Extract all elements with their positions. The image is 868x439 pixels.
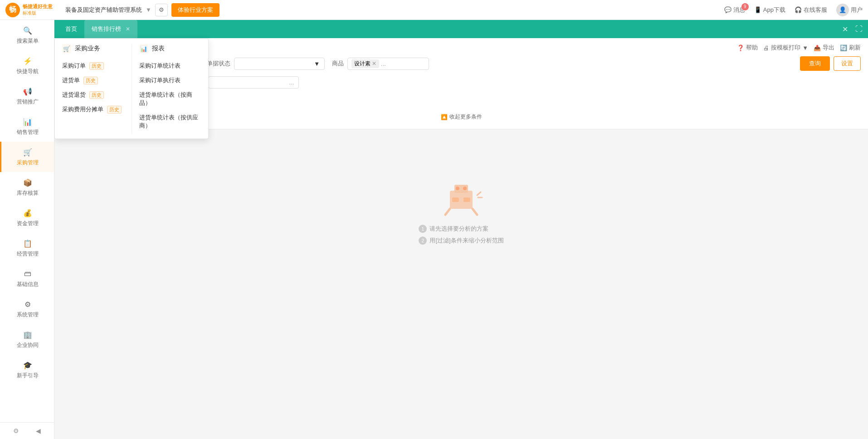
svg-rect-4 bbox=[452, 197, 459, 202]
title-dropdown-icon[interactable]: ▼ bbox=[146, 6, 151, 13]
doc-status-filter-item: 单据状态 ▼ bbox=[207, 58, 325, 70]
online-service-button[interactable]: 🎧 在线客服 bbox=[795, 6, 827, 14]
system-icon: ⚙ bbox=[23, 299, 33, 309]
sidebar-item-purchase[interactable]: 🛒 采购管理 bbox=[0, 142, 54, 172]
inventory-icon: 📦 bbox=[23, 178, 33, 187]
sidebar-label-inventory: 库存核算 bbox=[17, 189, 39, 197]
sidebar-item-marketing[interactable]: 📢 营销推广 bbox=[0, 81, 54, 111]
sidebar-label-finance: 资金管理 bbox=[17, 220, 39, 227]
empty-step-1: 1 请先选择要分析的方案 bbox=[419, 225, 503, 233]
goods-tag: 设计素 ✕ bbox=[351, 59, 379, 68]
tab-close-button[interactable]: ✕ bbox=[840, 25, 850, 34]
empty-step-2: 2 用[过滤]条件来缩小分析范围 bbox=[419, 237, 503, 245]
sidebar-item-newbie[interactable]: 🎓 新手引导 bbox=[0, 355, 54, 385]
doc-status-select[interactable]: ▼ bbox=[234, 58, 325, 70]
incoming-goods-label: 进货单统计表（按商品） bbox=[139, 91, 201, 107]
dropdown-item-expense[interactable]: 采购费用分摊单 历史 bbox=[62, 102, 124, 117]
return-history-badge: 历史 bbox=[89, 91, 104, 99]
sidebar-item-finance[interactable]: 💰 资金管理 bbox=[0, 202, 54, 233]
tab-sales-rank[interactable]: 销售排行榜 ✕ bbox=[84, 20, 137, 38]
sidebar-item-sales[interactable]: 📊 销售管理 bbox=[0, 111, 54, 142]
dropdown-item-incoming[interactable]: 进货单 历史 bbox=[62, 73, 124, 88]
dropdown-content: 🛒 采购业务 采购订单 历史 进货单 历史 进货退货 bbox=[55, 44, 208, 133]
sidebar-item-basic[interactable]: 🗃 基础信息 bbox=[0, 263, 54, 294]
user-label: 用户 bbox=[851, 6, 863, 14]
svg-line-6 bbox=[445, 209, 450, 215]
incoming-label: 进货单 bbox=[62, 76, 80, 84]
phone-icon: 📱 bbox=[754, 6, 761, 13]
goods-tag-container[interactable]: 设计素 ✕ ... bbox=[347, 58, 429, 70]
query-button[interactable]: 查询 bbox=[800, 56, 830, 71]
doc-status-dropdown-icon: ▼ bbox=[314, 60, 320, 67]
order-stats-label: 采购订单统计表 bbox=[139, 62, 180, 70]
operation-icon: 📋 bbox=[23, 238, 33, 248]
main-layout: 🔍 搜索菜单 ⚡ 快捷导航 📢 营销推广 📊 销售管理 🛒 采购管理 📦 库存核… bbox=[0, 20, 868, 439]
purchase-col-icon: 🛒 bbox=[62, 44, 71, 53]
goods-tag-label: 设计素 bbox=[354, 60, 371, 68]
tab-maximize-button[interactable]: ⛶ bbox=[853, 25, 864, 34]
incoming-supplier-label: 进货单统计表（按供应商） bbox=[139, 113, 201, 130]
empty-illustration bbox=[439, 175, 484, 220]
header-right: 💬 消息 9 📱 App下载 🎧 在线客服 👤 用户 bbox=[724, 4, 863, 16]
user-button[interactable]: 👤 用户 bbox=[836, 4, 863, 16]
finance-icon: 💰 bbox=[23, 208, 33, 218]
sidebar-collapse-button[interactable]: ◀ bbox=[36, 427, 41, 434]
system-settings-button[interactable]: ⚙ bbox=[155, 4, 168, 16]
sidebar-item-system[interactable]: ⚙ 系统管理 bbox=[0, 294, 54, 324]
sidebar-label-marketing: 营销推广 bbox=[17, 98, 39, 106]
export-icon: 📤 bbox=[814, 44, 821, 51]
sidebar-item-inventory[interactable]: 📦 库存核算 bbox=[0, 172, 54, 202]
goods-more-dots[interactable]: ... bbox=[381, 60, 386, 67]
sales-icon: 📊 bbox=[23, 117, 33, 127]
dropdown-item-incoming-goods[interactable]: 进货单统计表（按商品） bbox=[139, 88, 201, 110]
dropdown-item-return[interactable]: 进货退货 历史 bbox=[62, 88, 124, 102]
dropdown-item-purchase-order[interactable]: 采购订单 历史 bbox=[62, 59, 124, 73]
print-dropdown-icon: ▼ bbox=[802, 44, 808, 51]
salesman-select[interactable]: ... bbox=[208, 76, 299, 89]
collapse-icon: 🔼 bbox=[441, 114, 448, 120]
online-service-label: 在线客服 bbox=[804, 6, 827, 14]
newbie-icon: 🎓 bbox=[23, 360, 33, 370]
purchase-col-title: 采购业务 bbox=[75, 44, 100, 53]
doc-status-label: 单据状态 bbox=[207, 59, 230, 68]
logo-icon: 畅 bbox=[5, 3, 20, 17]
dropdown-item-order-exec[interactable]: 采购订单执行表 bbox=[139, 73, 201, 88]
help-icon: ❓ bbox=[737, 44, 744, 51]
step-2-num: 2 bbox=[419, 237, 427, 245]
return-label: 进货退货 bbox=[62, 91, 86, 99]
message-button[interactable]: 💬 消息 9 bbox=[724, 6, 745, 14]
export-button[interactable]: 📤 导出 bbox=[814, 44, 834, 52]
help-label: 帮助 bbox=[746, 44, 758, 52]
step-2-text: 用[过滤]条件来缩小分析范围 bbox=[429, 237, 503, 245]
sidebar-settings-button[interactable]: ⚙ bbox=[13, 427, 19, 434]
tab-bar: 首页 销售排行榜 ✕ ✕ ⛶ bbox=[54, 20, 868, 38]
sidebar-item-enterprise[interactable]: 🏢 企业协同 bbox=[0, 324, 54, 355]
goods-label: 商品 bbox=[332, 59, 344, 68]
dropdown-item-incoming-supplier[interactable]: 进货单统计表（按供应商） bbox=[139, 110, 201, 133]
settings-button[interactable]: 设置 bbox=[834, 56, 861, 71]
report-col-header: 📊 报表 bbox=[139, 44, 201, 53]
refresh-label: 刷新 bbox=[849, 44, 861, 52]
app-download-button[interactable]: 📱 App下载 bbox=[754, 6, 785, 14]
dropdown-item-order-stats[interactable]: 采购订单统计表 bbox=[139, 59, 201, 73]
query-buttons: 查询 设置 bbox=[800, 56, 861, 71]
print-template-label: 按模板打印 bbox=[771, 44, 800, 52]
tab-home[interactable]: 首页 bbox=[58, 20, 84, 38]
step-1-num: 1 bbox=[419, 225, 427, 233]
industry-solution-button[interactable]: 体验行业方案 bbox=[171, 3, 219, 17]
sidebar-label-search: 搜索菜单 bbox=[17, 37, 39, 45]
print-template-button[interactable]: 🖨 按模板打印 ▼ bbox=[763, 44, 808, 52]
tab-sales-rank-label: 销售排行榜 bbox=[92, 25, 121, 33]
tab-area-wrapper: 首页 销售排行榜 ✕ ✕ ⛶ 🛒 采购业 bbox=[54, 20, 868, 38]
step-1-text: 请先选择要分析的方案 bbox=[429, 225, 488, 233]
sidebar-item-quick-nav[interactable]: ⚡ 快捷导航 bbox=[0, 50, 54, 81]
help-button[interactable]: ❓ 帮助 bbox=[737, 44, 758, 52]
sidebar-item-search[interactable]: 🔍 搜索菜单 bbox=[0, 20, 54, 50]
goods-tag-close[interactable]: ✕ bbox=[372, 60, 376, 67]
sidebar-label-sales: 销售管理 bbox=[17, 128, 39, 136]
report-col-icon: 📊 bbox=[139, 44, 148, 53]
sidebar-item-operation[interactable]: 📋 经营管理 bbox=[0, 233, 54, 263]
app-download-label: App下载 bbox=[763, 6, 785, 14]
refresh-button[interactable]: 🔄 刷新 bbox=[840, 44, 861, 52]
tab-close-icon[interactable]: ✕ bbox=[126, 26, 130, 32]
